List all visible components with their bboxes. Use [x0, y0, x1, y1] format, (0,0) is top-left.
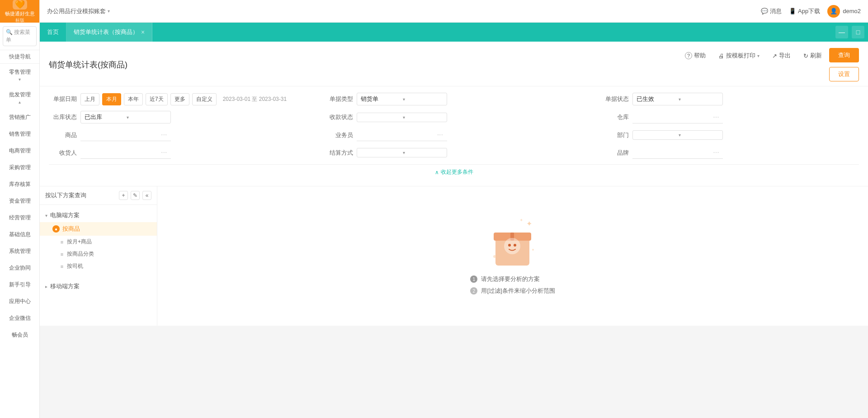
sidebar-item-retail[interactable]: 零售管理 ▾: [0, 64, 39, 86]
brand-input[interactable]: [635, 149, 711, 156]
sidebar-item-cooperation[interactable]: 企业协同: [0, 260, 39, 276]
scheme-sub-by-category[interactable]: ≡ 按商品分类: [40, 248, 157, 260]
collapse-icon: «: [146, 192, 149, 199]
app-download-action[interactable]: 📱 App下载: [789, 7, 820, 15]
staff-label: 业务员: [325, 131, 357, 139]
sidebar-item-sales[interactable]: 销售管理: [0, 126, 39, 142]
edit-icon: ✎: [133, 192, 137, 199]
scheme-item-by-goods[interactable]: ● 按商品: [40, 222, 157, 236]
search-button[interactable]: 🔍 搜索菜单: [3, 26, 37, 46]
doc-type-select[interactable]: 销货单 ▾: [357, 93, 447, 105]
date-btn-thisyear[interactable]: 本年: [124, 93, 143, 105]
scheme-sub-by-driver[interactable]: ≡ 按司机: [40, 260, 157, 272]
filter-row-3: 商品 ··· 业务员 ··· 部门: [49, 129, 859, 141]
scheme-edit-btn[interactable]: ✎: [131, 191, 140, 200]
date-btn-custom[interactable]: 自定义: [192, 93, 217, 105]
empty-tips: 1 请先选择要分析的方案 2 用[过滤]条件来缩小分析范围: [470, 275, 555, 299]
search-icon: 🔍: [6, 29, 13, 35]
doc-type-value: 销货单: [361, 95, 401, 103]
date-btn-7days[interactable]: 近7天: [146, 93, 168, 105]
doc-status-select[interactable]: 已生效 ▾: [632, 93, 723, 105]
svg-point-5: [508, 244, 511, 247]
date-btn-more[interactable]: 更多: [170, 93, 189, 105]
sidebar-item-marketing[interactable]: 营销推广: [0, 109, 39, 126]
date-btn-lastmonth[interactable]: 上月: [80, 93, 99, 105]
doc-status-control: 已生效 ▾: [632, 93, 859, 105]
sidebar-item-wechat[interactable]: 企业微信: [0, 310, 39, 327]
app-logo[interactable]: 🧡 畅捷通好生意 标版: [0, 0, 39, 23]
tab-bar-actions: — □: [835, 26, 868, 38]
cooperation-label: 企业协同: [9, 264, 31, 272]
scheme-collapse-btn[interactable]: «: [142, 191, 151, 200]
template-print-btn[interactable]: 🖨 按模板打印 ▾: [715, 50, 763, 62]
help-btn[interactable]: ? 帮助: [681, 50, 709, 62]
scheme-add-btn[interactable]: +: [119, 191, 128, 200]
sidebar-item-newbie[interactable]: 新手引导: [0, 276, 39, 293]
receiver-dots[interactable]: ···: [161, 148, 167, 157]
refresh-label: 刷新: [810, 52, 822, 60]
collapse-filter-btn[interactable]: ∧ 收起更多条件: [49, 164, 859, 180]
user-profile[interactable]: 👤 demo2: [827, 5, 861, 18]
sidebar-item-wholesale[interactable]: 批发管理 ▴: [0, 86, 39, 109]
staff-dots[interactable]: ···: [437, 131, 443, 139]
query-btn[interactable]: 查询: [829, 48, 859, 62]
sidebar-item-inventory[interactable]: 库存核算: [0, 176, 39, 193]
wholesale-arrow: ▴: [19, 100, 21, 104]
refresh-btn[interactable]: ↻ 刷新: [800, 50, 826, 62]
settings-btn[interactable]: 设置: [829, 67, 859, 81]
date-group: 上月 本月 本年 近7天 更多 自定义 2023-03-01 至 2023-03…: [80, 93, 287, 105]
collapse-label: 收起更多条件: [441, 168, 473, 176]
sidebar-item-purchase[interactable]: 采购管理: [0, 159, 39, 176]
sidebar-item-member[interactable]: 畅会员: [0, 327, 39, 343]
tab-minimize-btn[interactable]: —: [835, 26, 848, 38]
storage-input-wrap: ···: [632, 111, 723, 124]
export-btn[interactable]: ↗ 导出: [769, 50, 794, 62]
app-icon: 📱: [789, 8, 796, 14]
payment-label: 收款状态: [325, 113, 357, 121]
payment-select[interactable]: ▾: [357, 113, 447, 122]
tab-sales-stat[interactable]: 销货单统计表（按商品） ×: [66, 23, 152, 42]
payment-control: ▾: [357, 113, 583, 122]
tab-close-icon[interactable]: ×: [141, 28, 145, 36]
scheme-section-pc-header[interactable]: ▾ 电脑端方案: [40, 209, 157, 222]
warehouse-status-select[interactable]: 已出库 ▾: [80, 111, 171, 124]
goods-input[interactable]: [83, 132, 159, 138]
help-icon: ?: [685, 52, 692, 59]
goods-dots[interactable]: ···: [161, 131, 167, 139]
tab-home[interactable]: 首页: [40, 23, 66, 42]
sub-label-month: 按月+商品: [67, 238, 92, 246]
sidebar-item-apps[interactable]: 应用中心: [0, 293, 39, 310]
header-left: 办公用品行业模拟账套 ▾: [47, 7, 110, 15]
filter-row-1: 单据日期 上月 本月 本年 近7天 更多 自定义 2023-03-01 至 20…: [49, 93, 859, 105]
storage-input[interactable]: [635, 114, 711, 120]
page-container: 销货单统计表(按商品) ? 帮助 🖨 按模板打印 ▾ ↗: [40, 42, 868, 326]
purchase-label: 采购管理: [9, 164, 31, 171]
scheme-sub-by-month-goods[interactable]: ≡ 按月+商品: [40, 236, 157, 248]
message-action[interactable]: 💬 消息: [761, 7, 782, 15]
pc-section-arrow: ▾: [45, 213, 47, 218]
tab-maximize-btn[interactable]: □: [852, 26, 864, 38]
app-name: 畅捷通好生意: [5, 10, 35, 17]
storage-dots[interactable]: ···: [713, 113, 719, 121]
scheme-section-mobile: ▸ 移动端方案: [40, 276, 157, 297]
receiver-input[interactable]: [83, 149, 159, 156]
date-range-text: 2023-03-01 至 2023-03-31: [223, 95, 287, 103]
settle-select[interactable]: ▾: [357, 148, 447, 157]
sidebar-item-finance[interactable]: 资金管理: [0, 193, 39, 209]
page-title: 销货单统计表(按商品): [49, 59, 127, 70]
sub-icon-driver: ≡: [59, 263, 65, 270]
sidebar-item-system[interactable]: 系统管理: [0, 243, 39, 260]
dept-select[interactable]: ▾: [632, 130, 723, 140]
sub-label-category: 按商品分类: [67, 250, 94, 258]
brand-dots[interactable]: ···: [713, 148, 719, 157]
date-btn-thismonth[interactable]: 本月: [102, 93, 121, 105]
sidebar-item-ecommerce[interactable]: 电商管理: [0, 142, 39, 159]
staff-input[interactable]: [359, 132, 435, 138]
scheme-panel-header: 按以下方案查询 + ✎ «: [40, 186, 157, 205]
sidebar-item-operations[interactable]: 经营管理: [0, 209, 39, 226]
receiver-control: ···: [80, 147, 307, 159]
pc-section-label: 电脑端方案: [50, 211, 80, 219]
sidebar-item-basic[interactable]: 基础信息: [0, 226, 39, 243]
industry-dropdown[interactable]: 办公用品行业模拟账套 ▾: [47, 7, 110, 15]
scheme-section-mobile-header[interactable]: ▸ 移动端方案: [40, 280, 157, 293]
